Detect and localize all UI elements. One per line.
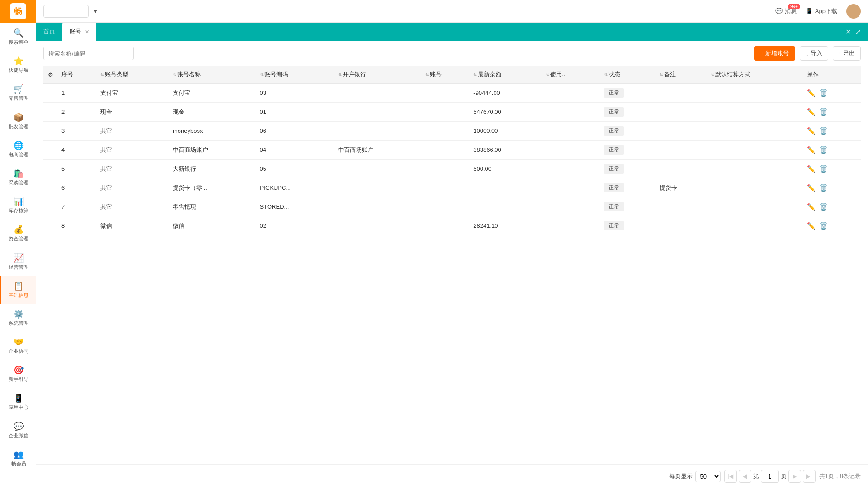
sidebar-item-enterprise-wechat[interactable]: 💬 企业微信 (0, 416, 36, 444)
sidebar-item-app-center[interactable]: 📱 应用中心 (0, 388, 36, 416)
tab-close-all-icon[interactable]: ✕ (845, 28, 851, 36)
sidebar-label-ecommerce-mgmt: 电商管理 (9, 152, 28, 158)
delete-icon[interactable]: 🗑️ (819, 184, 828, 192)
cell-settings (43, 216, 58, 235)
sidebar-item-search-menu[interactable]: 🔍 搜索菜单 (0, 23, 36, 51)
sidebar-icon-search-menu: 🔍 (14, 28, 24, 38)
delete-icon[interactable]: 🗑️ (819, 127, 828, 135)
per-page-select[interactable]: 50 100 200 (695, 471, 721, 482)
cell-bank (335, 178, 422, 197)
col-account[interactable]: ⇅账号 (422, 66, 470, 84)
cell-balance: 500.00 (470, 160, 542, 178)
topbar-search-input[interactable] (43, 5, 89, 18)
col-usage[interactable]: ⇅使用... (542, 66, 600, 84)
cell-bank (335, 122, 422, 141)
edit-icon[interactable]: ✏️ (807, 108, 816, 116)
delete-icon[interactable]: 🗑️ (819, 203, 828, 211)
page-input[interactable] (761, 470, 779, 483)
last-page-button[interactable]: ▶| (803, 470, 816, 483)
col-status[interactable]: ⇅状态 (600, 66, 656, 84)
col-code[interactable]: ⇅账号编码 (256, 66, 335, 84)
sidebar-label-new-guide: 新手引导 (9, 376, 28, 382)
sidebar-item-enterprise-agreement[interactable]: 🤝 企业协同 (0, 332, 36, 360)
cell-code: 05 (256, 160, 335, 178)
cell-balance: 10000.00 (470, 122, 542, 141)
sidebar-item-finance-mgmt[interactable]: 💰 资金管理 (0, 219, 36, 247)
cell-status: 正常 (600, 141, 656, 160)
message-button[interactable]: 💬 消息 99+ (775, 7, 797, 15)
cell-status: 正常 (600, 103, 656, 122)
sidebar: 畅 🔍 搜索菜单 ⭐ 快捷导航 🛒 零售管理 📦 批发管理 🌐 电商管理 🛍️ … (0, 0, 36, 488)
first-page-button[interactable]: |◀ (724, 470, 737, 483)
delete-icon[interactable]: 🗑️ (819, 108, 828, 116)
topbar-dropdown[interactable]: ▾ (94, 8, 97, 14)
import-button[interactable]: ↓ 导入 (800, 46, 828, 61)
sidebar-icon-enterprise-agreement: 🤝 (14, 337, 24, 347)
col-default-payment[interactable]: ⇅默认结算方式 (707, 66, 803, 84)
sidebar-label-member: 畅会员 (11, 461, 26, 467)
col-no: 序号 (58, 66, 97, 84)
col-remark[interactable]: ⇅备注 (656, 66, 707, 84)
edit-icon[interactable]: ✏️ (807, 184, 816, 192)
tab-bar: 首页账号✕ ✕ ⤢ (36, 23, 868, 41)
search-button[interactable]: 🔍 (129, 47, 134, 60)
tab-expand-icon[interactable]: ⤢ (855, 28, 861, 36)
tab-close-account[interactable]: ✕ (85, 29, 89, 35)
sidebar-item-wholesale-mgmt[interactable]: 📦 批发管理 (0, 107, 36, 135)
edit-icon[interactable]: ✏️ (807, 127, 816, 135)
col-name[interactable]: ⇅账号名称 (169, 66, 256, 84)
user-avatar[interactable] (846, 4, 861, 19)
col-balance[interactable]: ⇅最新余额 (470, 66, 542, 84)
sidebar-icon-purchase-mgmt: 🛍️ (14, 169, 24, 178)
sidebar-icon-inventory: 📊 (14, 197, 24, 206)
cell-no: 1 (58, 84, 97, 103)
cell-default-payment (707, 178, 803, 197)
sidebar-item-member[interactable]: 👥 畅会员 (0, 444, 36, 472)
delete-icon[interactable]: 🗑️ (819, 165, 828, 173)
sidebar-item-ecommerce-mgmt[interactable]: 🌐 电商管理 (0, 135, 36, 163)
export-button[interactable]: ↑ 导出 (833, 46, 861, 61)
sidebar-item-new-guide[interactable]: 🎯 新手引导 (0, 360, 36, 388)
cell-remark (656, 141, 707, 160)
cell-balance: 547670.00 (470, 103, 542, 122)
sidebar-item-purchase-mgmt[interactable]: 🛍️ 采购管理 (0, 163, 36, 191)
col-bank[interactable]: ⇅开户银行 (335, 66, 422, 84)
cell-type: 支付宝 (97, 84, 169, 103)
tab-account[interactable]: 账号✕ (62, 23, 96, 41)
sidebar-label-purchase-mgmt: 采购管理 (9, 180, 28, 186)
app-download-button[interactable]: 📱 App下载 (806, 7, 837, 15)
edit-icon[interactable]: ✏️ (807, 203, 816, 211)
topbar-right: 💬 消息 99+ 📱 App下载 (775, 4, 861, 19)
search-input[interactable] (44, 47, 129, 60)
delete-icon[interactable]: 🗑️ (819, 89, 828, 97)
col-type[interactable]: ⇅账号类型 (97, 66, 169, 84)
sidebar-label-retail-mgmt: 零售管理 (9, 95, 28, 101)
add-account-button[interactable]: + 新增账号 (754, 46, 795, 61)
cell-remark (656, 103, 707, 122)
edit-icon[interactable]: ✏️ (807, 89, 816, 97)
cell-settings (43, 103, 58, 122)
sidebar-item-quick-nav[interactable]: ⭐ 快捷导航 (0, 51, 36, 79)
col-settings[interactable]: ⚙ (43, 66, 58, 84)
sidebar-label-finance-mgmt: 资金管理 (9, 236, 28, 242)
edit-icon[interactable]: ✏️ (807, 222, 816, 230)
edit-icon[interactable]: ✏️ (807, 165, 816, 173)
delete-icon[interactable]: 🗑️ (819, 222, 828, 230)
next-page-button[interactable]: ▶ (788, 470, 801, 483)
prev-page-button[interactable]: ◀ (739, 470, 751, 483)
cell-status: 正常 (600, 197, 656, 216)
cell-settings (43, 141, 58, 160)
edit-icon[interactable]: ✏️ (807, 146, 816, 154)
sidebar-item-system-mgmt[interactable]: ⚙️ 系统管理 (0, 304, 36, 332)
sidebar-item-basic-info[interactable]: 📋 基础信息 (0, 276, 36, 304)
cell-remark (656, 84, 707, 103)
cell-code: 02 (256, 216, 335, 235)
delete-icon[interactable]: 🗑️ (819, 146, 828, 154)
sidebar-item-retail-mgmt[interactable]: 🛒 零售管理 (0, 79, 36, 107)
cell-account (422, 122, 470, 141)
sidebar-icon-new-guide: 🎯 (14, 365, 24, 375)
cell-usage (542, 84, 600, 103)
tab-home[interactable]: 首页 (36, 23, 62, 41)
sidebar-item-inventory[interactable]: 📊 库存核算 (0, 191, 36, 219)
sidebar-item-operations-mgmt[interactable]: 📈 经营管理 (0, 248, 36, 276)
